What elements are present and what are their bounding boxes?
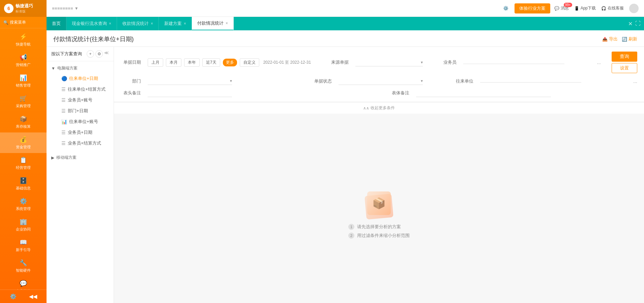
sidebar-item-label: 系统管理	[16, 206, 31, 211]
sidebar-item-enterprise[interactable]: 🏢 企业协同	[0, 215, 47, 235]
app-logo-text: 畅捷通巧	[16, 3, 33, 9]
basic-info-icon: 🗄️	[20, 177, 27, 184]
source-select[interactable]: ▾	[355, 59, 423, 66]
settings-icon[interactable]: ⚙️	[10, 293, 17, 300]
export-button[interactable]: 📤 导出	[602, 36, 618, 42]
sidebar-item-label: 采购管理	[16, 103, 31, 109]
user-avatar[interactable]	[629, 4, 639, 13]
desktop-scheme-group-header[interactable]: ▼ 电脑端方案	[47, 63, 114, 73]
refresh-label: 刷新	[628, 36, 637, 42]
sidebar: 6 畅捷通巧 标准版 🔍 搜索菜单 ⚡ 快捷导航 📢 营销推广 📊 销售管理	[0, 0, 47, 303]
collapse-up-icon: ∧∧	[363, 106, 369, 111]
tab-maximize-icon[interactable]: ⛶	[635, 21, 641, 27]
breadcrumb-text: ■■■■■■■■	[52, 6, 73, 11]
messages-button[interactable]: 💬 消息 99+	[554, 5, 569, 11]
tip-num-2: 2	[348, 233, 354, 239]
scheme-item-salesman-settle[interactable]: ☰ 业务员+结算方式	[53, 138, 114, 149]
sidebar-item-quick-nav[interactable]: ⚡ 快捷导航	[0, 30, 47, 50]
collapse-scheme-panel[interactable]: ≪	[104, 50, 109, 58]
sidebar-item-label: 经营管理	[16, 165, 31, 170]
filter-rows: 单据日期 上月 本月 本年 近7天 更多 自定义 2022-01-01 至 20…	[114, 47, 644, 102]
sidebar-item-label: 基础信息	[16, 186, 31, 191]
tab-bank-flow-label: 现金银行流水查询	[72, 21, 107, 27]
sidebar-item-label: 营销推广	[16, 62, 31, 67]
mobile-scheme-group-header[interactable]: ▶ 移动端方案	[47, 153, 114, 162]
partner-dots[interactable]: ...	[633, 79, 637, 84]
collapse-sidebar-icon[interactable]: ◀◀	[29, 293, 37, 300]
refresh-button[interactable]: 🔄 刷新	[622, 36, 637, 42]
scheme-item-partner-account[interactable]: 📊 往来单位+账号	[53, 116, 114, 127]
scheme-item-partner-settle[interactable]: ☰ 往来单位+结算方式	[53, 84, 114, 95]
app-download-label: App下载	[581, 5, 596, 11]
tab-payment-stats-close[interactable]: ×	[151, 21, 153, 26]
mobile-scheme-group: ▶ 移动端方案	[47, 151, 114, 164]
message-icon: 💬	[554, 6, 559, 11]
guide-icon: 📖	[20, 239, 27, 246]
scheme-item-icon: ☰	[61, 130, 66, 135]
scheme-item-label: 业务员+日期	[68, 129, 92, 135]
add-scheme-button[interactable]: +	[87, 50, 94, 58]
sidebar-item-label: 新手引导	[16, 247, 31, 252]
tab-home[interactable]: 首页	[47, 17, 66, 30]
scheme-settings-button[interactable]: ⚙	[95, 50, 103, 58]
date-btn-this-month[interactable]: 本月	[166, 58, 181, 67]
salesman-field-group: 业务员 ... 查询 设置	[436, 52, 637, 73]
tab-payment-stats[interactable]: 收款情况统计 ×	[117, 17, 159, 30]
tab-close-window-icon[interactable]: ✕	[628, 21, 633, 27]
date-btn-7days[interactable]: 近7天	[202, 58, 220, 67]
sidebar-item-marketing[interactable]: 📢 营销推广	[0, 50, 47, 71]
date-btn-this-year[interactable]: 本年	[184, 58, 200, 67]
sidebar-item-finance[interactable]: 💰 资金管理	[0, 132, 47, 153]
breadcrumb-dropdown[interactable]: ▼	[75, 6, 79, 11]
dept-select[interactable]: ▾	[148, 77, 232, 85]
trial-button[interactable]: 体验行业方案	[515, 3, 550, 13]
header: ■■■■■■■■ ▼ ⚙️ 体验行业方案 💬 消息 99+ 📱 App下载 🎧	[47, 0, 644, 17]
marketing-icon: 📢	[20, 54, 27, 61]
quick-nav-icon: ⚡	[20, 33, 27, 40]
app-logo-icon: 6	[4, 4, 13, 13]
tab-payment-stat2-close[interactable]: ×	[226, 21, 228, 26]
tab-payment-stat2[interactable]: 付款情况统计 ×	[192, 17, 234, 30]
sidebar-item-basic-info[interactable]: 🗄️ 基础信息	[0, 174, 47, 194]
settings-button[interactable]: 设置	[612, 63, 637, 73]
salesman-select[interactable]	[463, 61, 564, 64]
date-options: 上月 本月 本年 近7天 更多 自定义 2022-01-01 至 2022-12…	[148, 58, 311, 67]
salesman-dots[interactable]: ...	[597, 60, 601, 65]
sidebar-item-sales[interactable]: 📊 销售管理	[0, 71, 47, 91]
filter-row-3: 表头备注 表体备注	[121, 89, 637, 97]
online-service-button[interactable]: 🎧 在线客服	[601, 5, 624, 11]
voucher-status-label: 单据状态	[312, 78, 332, 84]
sidebar-item-inventory[interactable]: 📦 库存核算	[0, 112, 47, 132]
query-button[interactable]: 查询	[612, 52, 637, 62]
sidebar-item-operations[interactable]: 📋 经营管理	[0, 153, 47, 174]
tab-bank-flow[interactable]: 现金银行流水查询 ×	[66, 17, 117, 30]
table-body-note-input[interactable]	[416, 89, 551, 97]
online-service-label: 在线客服	[608, 5, 624, 11]
voucher-status-select[interactable]: ▾	[339, 77, 423, 85]
tab-new-plan-close[interactable]: ×	[184, 21, 186, 26]
sidebar-item-purchase[interactable]: 🛒 采购管理	[0, 91, 47, 112]
partner-select[interactable]	[480, 80, 581, 83]
export-icon: 📤	[602, 37, 608, 42]
scheme-item-salesman-date[interactable]: ☰ 业务员+日期	[53, 127, 114, 138]
tab-bar: 首页 现金银行流水查询 × 收款情况统计 × 新建方案 × 付款情况统计 × ✕…	[47, 17, 644, 30]
header-gear-button[interactable]: ⚙️	[501, 4, 510, 13]
sidebar-item-hardware[interactable]: 🔧 智能硬件	[0, 256, 47, 276]
scheme-item-partner-date[interactable]: 🔵 往来单位+日期	[53, 73, 114, 84]
sidebar-item-guide[interactable]: 📖 新手引导	[0, 235, 47, 256]
sidebar-item-wechat[interactable]: 💬 企业微信	[0, 276, 47, 290]
collapse-button[interactable]: ∧∧ 收起更多条件	[363, 105, 395, 111]
app-download-button[interactable]: 📱 App下载	[574, 5, 596, 11]
collapse-mobile-icon: ▶	[51, 155, 54, 160]
tip-num-1: 1	[348, 224, 354, 230]
sidebar-item-system[interactable]: ⚙️ 系统管理	[0, 194, 47, 215]
date-btn-custom[interactable]: 自定义	[240, 58, 259, 67]
tab-bank-flow-close[interactable]: ×	[109, 21, 111, 26]
date-btn-last-month[interactable]: 上月	[148, 58, 163, 67]
table-header-note-input[interactable]	[148, 89, 232, 97]
date-btn-more[interactable]: 更多	[223, 59, 237, 66]
tab-new-plan[interactable]: 新建方案 ×	[159, 17, 192, 30]
sidebar-search[interactable]: 🔍 搜索菜单	[0, 17, 47, 28]
scheme-item-salesman-account[interactable]: ☰ 业务员+账号	[53, 95, 114, 105]
scheme-item-dept-date[interactable]: ☰ 部门+日期	[53, 105, 114, 116]
